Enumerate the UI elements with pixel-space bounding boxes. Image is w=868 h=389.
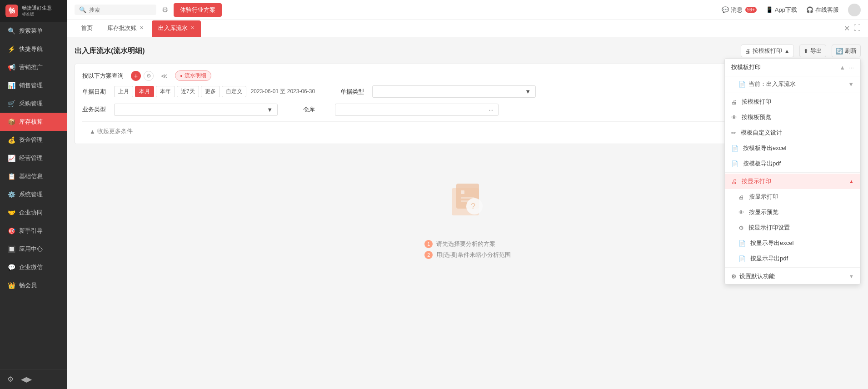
display-export-excel-label: 按显示导出excel: [750, 239, 793, 247]
sidebar: 畅 畅捷通好生意 标准版 🔍 搜索菜单 ⚡ 快捷导航 📢 营销推广 📊 销售管理…: [0, 0, 67, 389]
online-service-btn[interactable]: 🎧 在线客服: [806, 6, 839, 14]
topbar: 🔍 ⚙ 体验行业方案 💬 消息 99+ 📱 App下载 🎧 在线客服: [67, 0, 868, 20]
warehouse-field: 仓库 ···: [303, 104, 499, 116]
business-type-field: 业务类型 ▼: [82, 104, 278, 116]
export-btn[interactable]: ⬆ 导出: [799, 45, 826, 57]
empty-icon: ?: [445, 177, 490, 231]
date-btn-7days[interactable]: 近7天: [177, 86, 199, 97]
dropdown-template-preview[interactable]: 👁 按模板预览: [725, 110, 860, 125]
sidebar-item-purchase[interactable]: 🛒 采购管理: [0, 95, 67, 113]
empty-steps: 1 请先选择要分析的方案 2 用[选项]条件来缩小分析范围: [424, 240, 510, 259]
sidebar-item-basic[interactable]: 📋 基础信息: [0, 167, 67, 185]
dropdown-current-template[interactable]: 📄 当前：出入库流水 ▼: [725, 76, 860, 92]
tab-home[interactable]: 首页: [75, 20, 99, 37]
filter-add-btn[interactable]: +: [131, 71, 141, 81]
user-avatar[interactable]: [848, 4, 861, 16]
date-btn-custom[interactable]: 自定义: [222, 86, 246, 97]
dropdown-title: 按模板打印: [731, 63, 761, 71]
sidebar-item-quicknav[interactable]: ⚡ 快捷导航: [0, 40, 67, 58]
tab-maximize-icon[interactable]: ⛶: [853, 24, 861, 33]
search-icon: 🔍: [7, 27, 15, 35]
topbar-search-box[interactable]: 🔍: [75, 5, 156, 15]
dropdown-display-print-section[interactable]: 🖨 按显示打印 ▲: [725, 174, 860, 189]
dropdown-template-export-pdf[interactable]: 📄 按模板导出pdf: [725, 156, 860, 171]
dropdown-template-export-excel[interactable]: 📄 按模板导出excel: [725, 140, 860, 156]
dropdown-display-export-excel[interactable]: 📄 按显示导出excel: [725, 235, 860, 251]
empty-step-2-text: 用[选项]条件来缩小分析范围: [436, 251, 510, 259]
export-icon: ⬆: [803, 48, 808, 55]
sidebar-item-collab[interactable]: 🤝 企业协同: [0, 204, 67, 222]
dropdown-template-custom[interactable]: ✏ 模板自定义设计: [725, 125, 860, 140]
dropdown-display-export-pdf[interactable]: 📄 按显示导出pdf: [725, 251, 860, 266]
business-type-select[interactable]: ▼: [114, 104, 278, 116]
tab-flow[interactable]: 出入库流水 ✕: [152, 20, 201, 37]
display-print-settings-icon: ⚙: [738, 224, 744, 231]
dropdown-footer[interactable]: ⚙ 设置默认功能 ▼: [725, 269, 860, 284]
date-btn-this-month[interactable]: 本月: [135, 86, 154, 97]
topbar-search-input[interactable]: [89, 7, 144, 13]
tab-batch[interactable]: 库存批次账 ✕: [101, 20, 150, 37]
voucher-type-select[interactable]: ▼: [372, 85, 536, 98]
empty-step-1: 1 请先选择要分析的方案: [424, 240, 510, 248]
date-btn-this-year[interactable]: 本年: [156, 86, 175, 97]
print-dropdown: 按模板打印 ▲ ··· 📄 当前：出入库流水 ▼ 🖨 按模板打印 👁 按模板预览: [724, 58, 861, 284]
svg-rect-3: [461, 197, 474, 199]
filter-label: 按以下方案查询: [82, 72, 124, 80]
sidebar-item-guide[interactable]: 🎯 新手引导: [0, 222, 67, 240]
tab-restore-icon[interactable]: ✕: [844, 24, 850, 33]
logo: 畅 畅捷通好生意 标准版: [0, 0, 67, 22]
logo-icon: 畅: [5, 5, 18, 17]
warehouse-ellipsis-icon: ···: [489, 106, 494, 113]
date-btn-more[interactable]: 更多: [201, 86, 220, 97]
collapse-more-btn[interactable]: ▲ 收起更多条件: [82, 125, 140, 137]
template-preview-icon: 👁: [731, 114, 737, 121]
sidebar-settings-icon[interactable]: ⚙: [7, 375, 14, 384]
warehouse-select[interactable]: ···: [335, 104, 499, 116]
sidebar-item-apps[interactable]: 🔲 应用中心: [0, 240, 67, 258]
collab-icon: 🤝: [7, 209, 15, 216]
guide-icon: 🎯: [7, 227, 15, 234]
sidebar-item-marketing[interactable]: 📢 营销推广: [0, 58, 67, 76]
basic-icon: 📋: [7, 173, 15, 180]
refresh-btn[interactable]: 🔄 刷新: [832, 45, 861, 57]
messages-btn[interactable]: 💬 消息 99+: [722, 6, 757, 14]
sidebar-item-operations[interactable]: 📈 经营管理: [0, 149, 67, 167]
dropdown-header: 按模板打印 ▲ ···: [725, 59, 860, 76]
filter-collapse-icon[interactable]: ≪: [161, 72, 168, 80]
sidebar-item-search[interactable]: 🔍 搜索菜单: [0, 22, 67, 40]
purchase-icon: 🛒: [7, 100, 15, 107]
dropdown-display-print[interactable]: 🖨 按显示打印: [725, 189, 860, 204]
template-print-label: 按模板打印: [742, 98, 771, 106]
dropdown-template-print[interactable]: 🖨 按模板打印: [725, 94, 860, 110]
filter-tag-label: 流水明细: [185, 72, 206, 80]
step-num-1: 1: [424, 240, 433, 248]
page-header: 出入库流水(流水明细) 🖨 按模板打印 ▲ ⬆ 导出 🔄 刷新: [75, 45, 861, 57]
sidebar-item-sales[interactable]: 📊 销售管理: [0, 76, 67, 95]
sidebar-item-wechat[interactable]: 💬 企业微信: [0, 258, 67, 276]
filter-settings-btn[interactable]: ⚙: [144, 71, 154, 81]
sidebar-collapse-icon[interactable]: ◀▶: [21, 375, 32, 384]
display-print-label: 按显示打印: [749, 193, 778, 201]
footer-icon: ⚙: [731, 273, 737, 280]
tab-batch-close-icon[interactable]: ✕: [140, 25, 144, 31]
sidebar-item-member[interactable]: 👑 畅会员: [0, 276, 67, 294]
print-btn[interactable]: 🖨 按模板打印 ▲: [741, 45, 794, 57]
headset-icon: 🎧: [806, 6, 813, 13]
current-template-label: 当前：出入库流水: [748, 80, 796, 88]
scroll-down-icon[interactable]: ···: [849, 64, 854, 71]
date-btn-last-month[interactable]: 上月: [114, 86, 133, 97]
tab-flow-close-icon[interactable]: ✕: [190, 25, 195, 31]
template-custom-icon: ✏: [731, 130, 736, 136]
sidebar-item-system[interactable]: ⚙️ 系统管理: [0, 185, 67, 204]
sidebar-bottom: ⚙ ◀▶: [0, 369, 67, 389]
sidebar-item-finance[interactable]: 💰 资金管理: [0, 131, 67, 149]
dropdown-display-preview[interactable]: 👁 按显示预览: [725, 204, 860, 220]
topbar-gear-icon[interactable]: ⚙: [162, 5, 168, 14]
dropdown-display-print-settings[interactable]: ⚙ 按显示打印设置: [725, 220, 860, 235]
system-icon: ⚙️: [7, 191, 15, 198]
app-download-btn[interactable]: 📱 App下载: [766, 6, 797, 14]
industry-btn[interactable]: 体验行业方案: [174, 3, 222, 17]
sidebar-item-inventory[interactable]: 📦 库存核算: [0, 113, 67, 131]
sales-icon: 📊: [7, 82, 15, 89]
scroll-up-icon[interactable]: ▲: [839, 64, 845, 71]
